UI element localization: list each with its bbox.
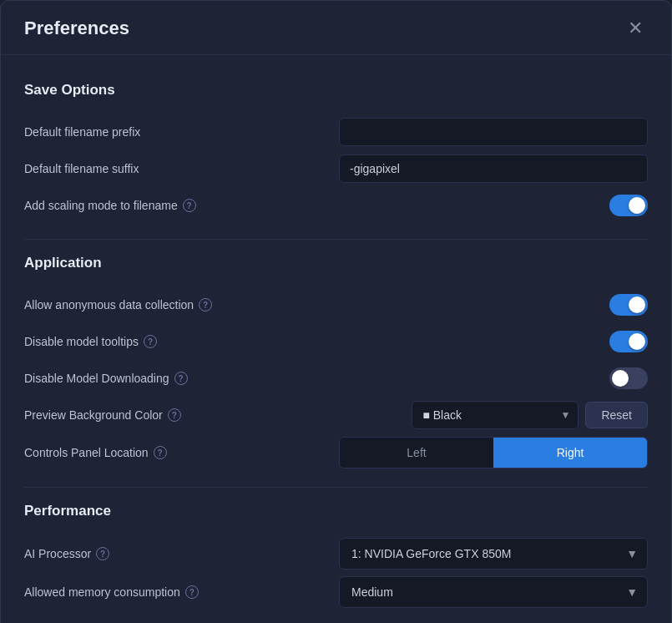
controls-panel-row: Controls Panel Location ? Left Right: [24, 433, 648, 472]
left-button[interactable]: Left: [340, 438, 493, 468]
memory-consumption-row: Allowed memory consumption ? Low Medium …: [24, 573, 648, 611]
close-button[interactable]: ✕: [623, 18, 648, 39]
disable-downloading-label: Disable Model Downloading ?: [24, 372, 188, 385]
ai-processor-select[interactable]: 1: NVIDIA GeForce GTX 850M: [339, 538, 648, 570]
scaling-mode-toggle[interactable]: [609, 195, 648, 216]
save-options-title: Save Options: [24, 82, 648, 99]
color-picker-group: ■ Black ▼ Reset: [412, 401, 648, 429]
ai-processor-help-icon[interactable]: ?: [96, 547, 109, 560]
anon-data-label: Allow anonymous data collection ?: [24, 298, 212, 312]
application-title: Application: [24, 255, 648, 271]
memory-consumption-select[interactable]: Low Medium High: [339, 576, 648, 608]
anon-data-row: Allow anonymous data collection ?: [24, 286, 648, 323]
preview-bg-label: Preview Background Color ?: [24, 408, 181, 422]
ai-processor-label: AI Processor ?: [24, 547, 109, 560]
default-suffix-input[interactable]: [339, 154, 648, 183]
disable-downloading-toggle[interactable]: [609, 367, 648, 389]
right-button[interactable]: Right: [493, 438, 647, 468]
performance-title: Performance: [24, 503, 648, 519]
disable-tooltips-help-icon[interactable]: ?: [144, 335, 157, 348]
save-options-section: Save Options Default filename prefix Def…: [24, 82, 648, 224]
section-divider-2: [24, 487, 648, 488]
disable-tooltips-toggle[interactable]: [609, 331, 648, 352]
anon-data-help-icon[interactable]: ?: [199, 298, 212, 312]
ai-processor-dropdown-wrapper: 1: NVIDIA GeForce GTX 850M ▼: [339, 538, 648, 570]
color-select[interactable]: ■ Black: [412, 401, 579, 429]
dialog-header: Preferences ✕: [1, 1, 671, 55]
disable-downloading-help-icon[interactable]: ?: [174, 372, 188, 385]
default-prefix-row: Default filename prefix: [24, 114, 648, 150]
dialog-body: Save Options Default filename prefix Def…: [1, 55, 671, 623]
ai-processor-row: AI Processor ? 1: NVIDIA GeForce GTX 850…: [24, 534, 648, 573]
preview-bg-row: Preview Background Color ? ■ Black ▼ Res…: [24, 397, 648, 433]
preview-bg-help-icon[interactable]: ?: [168, 408, 181, 422]
default-suffix-row: Default filename suffix: [24, 150, 648, 187]
disable-downloading-row: Disable Model Downloading ?: [24, 360, 648, 397]
dialog-title: Preferences: [24, 18, 129, 39]
scaling-mode-label: Add scaling mode to filename ?: [24, 199, 196, 212]
memory-consumption-dropdown-wrapper: Low Medium High ▼: [339, 576, 648, 608]
default-suffix-label: Default filename suffix: [24, 162, 139, 175]
disable-tooltips-row: Disable model tooltips ?: [24, 323, 648, 360]
anon-data-toggle[interactable]: [609, 294, 648, 316]
memory-consumption-label: Allowed memory consumption ?: [24, 585, 199, 599]
controls-panel-location-toggle: Left Right: [339, 437, 648, 469]
color-select-wrapper: ■ Black ▼: [412, 401, 579, 429]
performance-section: Performance AI Processor ? 1: NVIDIA GeF…: [24, 503, 648, 611]
preferences-dialog: Preferences ✕ Save Options Default filen…: [0, 0, 672, 623]
disable-tooltips-label: Disable model tooltips ?: [24, 335, 157, 348]
scaling-mode-help-icon[interactable]: ?: [183, 199, 196, 212]
section-divider-1: [24, 239, 648, 240]
memory-consumption-help-icon[interactable]: ?: [185, 585, 199, 599]
default-prefix-label: Default filename prefix: [24, 125, 140, 139]
default-prefix-input[interactable]: [339, 118, 648, 146]
reset-button[interactable]: Reset: [585, 402, 648, 428]
application-section: Application Allow anonymous data collect…: [24, 255, 648, 472]
controls-panel-help-icon[interactable]: ?: [154, 446, 167, 459]
controls-panel-label: Controls Panel Location ?: [24, 446, 167, 459]
scaling-mode-row: Add scaling mode to filename ?: [24, 187, 648, 224]
